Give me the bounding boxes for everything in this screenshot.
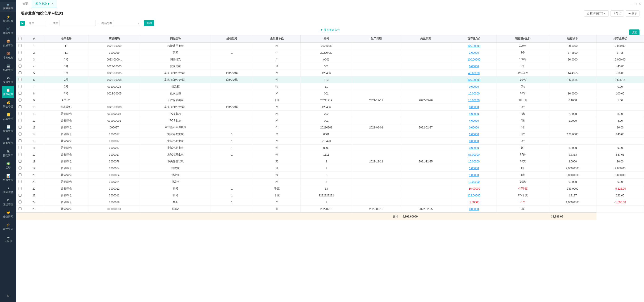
- filter-collapse-btn[interactable]: ▶: [20, 21, 25, 26]
- row-checkbox[interactable]: [16, 199, 24, 206]
- sidebar-item-quick-nav[interactable]: ⚡ 快捷导航: [0, 13, 16, 25]
- row-checkbox[interactable]: [16, 56, 24, 63]
- sidebar-item-2[interactable]: 🐻小熊电商: [2, 49, 14, 62]
- sidebar-item-14[interactable]: ⚙系统管理: [2, 196, 14, 208]
- table-row[interactable]: 15 晋省综仓 0000017 测试电商批次 1 件 210423 0.0000…: [16, 138, 644, 144]
- expand-filter-btn[interactable]: ▼ 展开更多条件: [20, 27, 640, 33]
- row-qty-main[interactable]: -1.00000: [451, 199, 496, 206]
- row-checkbox[interactable]: [16, 49, 24, 56]
- row-qty-main[interactable]: 100.00000: [451, 56, 496, 63]
- sidebar-item-3[interactable]: 💻电商管理: [2, 62, 14, 74]
- row-checkbox[interactable]: [16, 111, 24, 117]
- display-btn[interactable]: 👁 展示: [626, 11, 640, 17]
- row-qty-main[interactable]: 1.00000: [451, 172, 496, 179]
- table-row[interactable]: 2 11 0000029 禁斯 1 个 20220429 1.00000 1个 …: [16, 49, 644, 56]
- table-row[interactable]: 24 晋省综仓 0000029 禁斯 1 个 1 -1.00000 -1个 1,…: [16, 199, 644, 206]
- row-qty-main[interactable]: 100.00000: [451, 77, 496, 83]
- row-qty-main[interactable]: 4.00000: [451, 117, 496, 124]
- table-row[interactable]: 22 晋省综仓 0000012 批号 1 千克 33 -16.00000 -16…: [16, 185, 644, 192]
- row-checkbox[interactable]: [16, 144, 24, 151]
- sidebar-item-8[interactable]: 🧾发票管理: [2, 123, 14, 135]
- sidebar-item-6[interactable]: 💰资金管理: [2, 98, 14, 111]
- print-btn[interactable]: 🖨 按模板打印▼: [584, 11, 609, 17]
- row-qty-main[interactable]: 10.00000: [451, 179, 496, 185]
- sidebar-item-4[interactable]: 🛍采购管理: [2, 74, 14, 86]
- search-btn[interactable]: 查询: [144, 20, 154, 26]
- goods-input[interactable]: [59, 20, 96, 26]
- row-qty-main[interactable]: 2.00000: [451, 131, 496, 138]
- row-checkbox[interactable]: [16, 70, 24, 77]
- table-row[interactable]: 14 晋省综仓 0000017 测试电商批次 1 件 0001 2.00000 …: [16, 131, 644, 138]
- table-row[interactable]: 23 晋省综仓 0000012 批号 1 千克 1222222222 122.0…: [16, 192, 644, 199]
- row-checkbox[interactable]: [16, 158, 24, 165]
- sidebar-item-9[interactable]: 🏛税务管理: [2, 135, 14, 147]
- row-qty-main[interactable]: 87.00000: [451, 151, 496, 158]
- row-qty-main[interactable]: 4.00000: [451, 111, 496, 117]
- table-row[interactable]: 25 晋省综仓 001000031 鲜鸡A 瓶 20220216 2022-02…: [16, 206, 644, 213]
- row-checkbox[interactable]: [16, 117, 24, 124]
- row-qty-main[interactable]: 0.00000: [451, 104, 496, 111]
- table-row[interactable]: 17 晋省综仓 0000017 测试电商批次 1 件 1111 87.00000…: [16, 151, 644, 158]
- table-row[interactable]: 12 晋省综仓 000900001 POS 批次 米 001 4.00000 4…: [16, 117, 644, 124]
- row-qty-main[interactable]: 49.60000: [451, 70, 496, 77]
- row-qty-main[interactable]: 0.00000: [451, 83, 496, 90]
- sidebar-item-7[interactable]: 📒总账管理: [2, 111, 14, 123]
- row-checkbox[interactable]: [16, 124, 24, 131]
- row-qty-main[interactable]: 100.00000: [451, 43, 496, 49]
- table-row[interactable]: 7 2号 001000026 批次框 吨 11 0.00000 0吨 0.00: [16, 83, 644, 90]
- row-checkbox[interactable]: [16, 172, 24, 179]
- sidebar-item-12[interactable]: 📊经营管理: [2, 172, 14, 184]
- maximize-btn[interactable]: □: [635, 2, 637, 6]
- table-row[interactable]: 19 晋省综仓 0000084 批次次 米 1 1.00000 1米 2,000…: [16, 165, 644, 172]
- row-qty-main[interactable]: 1.00000: [451, 165, 496, 172]
- row-checkbox[interactable]: [16, 90, 24, 97]
- table-row[interactable]: 13 晋省综仓 000097 POS显示率保质期 个 20210901 2021…: [16, 124, 644, 131]
- table-row[interactable]: 11 晋省综仓 000900001 POS 批次 米 002 4.00000 4…: [16, 111, 644, 117]
- row-qty-main[interactable]: 1.00000: [451, 49, 496, 56]
- row-qty-main[interactable]: 122.00000: [451, 192, 496, 199]
- sidebar-item-13[interactable]: ℹ基础信息: [2, 184, 14, 196]
- row-qty-main[interactable]: 10.00000: [451, 90, 496, 97]
- sidebar-item-10[interactable]: 🏗固定资产: [2, 147, 14, 160]
- sidebar-item-5[interactable]: 📋库存核查: [2, 86, 14, 98]
- table-row[interactable]: 21 晋省综仓 0000084 批次次 米 3 10.00000 10米 0.0…: [16, 179, 644, 185]
- row-checkbox[interactable]: [16, 185, 24, 192]
- table-row[interactable]: 5 1号 0023-00005 富减（白色/奶橘） 白色/奶橘 件 123456…: [16, 70, 644, 77]
- row-qty-main[interactable]: 10.00000: [451, 158, 496, 165]
- minimize-btn[interactable]: －: [630, 2, 633, 6]
- export-btn[interactable]: ⬇ 导出: [610, 11, 624, 17]
- table-row[interactable]: 10 测试适签2 0023-00008 富减（白色/奶橘） 白色/奶橘 件 12…: [16, 104, 644, 111]
- tab-0[interactable]: 首页: [18, 0, 32, 8]
- table-row[interactable]: 1 11 0023-00009 软胶通用抱套 米 2021098 100.000…: [16, 43, 644, 49]
- row-checkbox[interactable]: [16, 192, 24, 199]
- sidebar-item-settings[interactable]: ⚙: [0, 291, 16, 300]
- sidebar-item-1[interactable]: 📦批发管理: [2, 37, 14, 49]
- row-checkbox[interactable]: [16, 77, 24, 83]
- row-qty-main[interactable]: 3.00000: [451, 144, 496, 151]
- row-checkbox[interactable]: [16, 104, 24, 111]
- table-row[interactable]: 3 1号 0023-0000... 测测批次 斤 A001 100.00000 …: [16, 56, 644, 63]
- row-checkbox[interactable]: [16, 97, 24, 104]
- tab-close-1[interactable]: ✕: [51, 2, 54, 5]
- row-checkbox[interactable]: [16, 165, 24, 172]
- row-checkbox[interactable]: [16, 83, 24, 90]
- settings-btn[interactable]: 设置: [629, 30, 640, 36]
- table-row[interactable]: 16 晋省综仓 0000017 测试电商批次 1 件 0003 3.00000 …: [16, 144, 644, 151]
- sidebar-item-17[interactable]: ☁云应用: [2, 233, 14, 245]
- table-row[interactable]: 8 2号 0023-00005 批次适签 米 001 10.00000 10米 …: [16, 90, 644, 97]
- table-row[interactable]: 20 晋省综仓 0000084 批次次 米 2 1.00000 1米 3,000…: [16, 172, 644, 179]
- row-checkbox[interactable]: [16, 43, 24, 49]
- sidebar-search[interactable]: 🔍 搜索菜单: [0, 2, 16, 12]
- table-row[interactable]: 4 1号 0023-00005 批次适签 米 001 0.00000 0米 44…: [16, 63, 644, 70]
- row-checkbox[interactable]: [16, 138, 24, 144]
- row-qty-main[interactable]: 0.00000: [451, 206, 496, 213]
- row-checkbox[interactable]: [16, 179, 24, 185]
- row-qty-main[interactable]: 0.00000: [451, 124, 496, 131]
- row-checkbox[interactable]: [16, 131, 24, 138]
- row-qty-main[interactable]: 10.00000: [451, 97, 496, 104]
- table-row[interactable]: 9 A01-01 子件保质期组 千克 20211217 2021-12-17 2…: [16, 97, 644, 104]
- sidebar-item-16[interactable]: 🎓新手引导: [2, 221, 14, 233]
- table-row[interactable]: 18 晋省综仓 0000078 多头异色双线 支 2 2021-12-21 20…: [16, 158, 644, 165]
- row-checkbox[interactable]: [16, 63, 24, 70]
- row-checkbox[interactable]: [16, 151, 24, 158]
